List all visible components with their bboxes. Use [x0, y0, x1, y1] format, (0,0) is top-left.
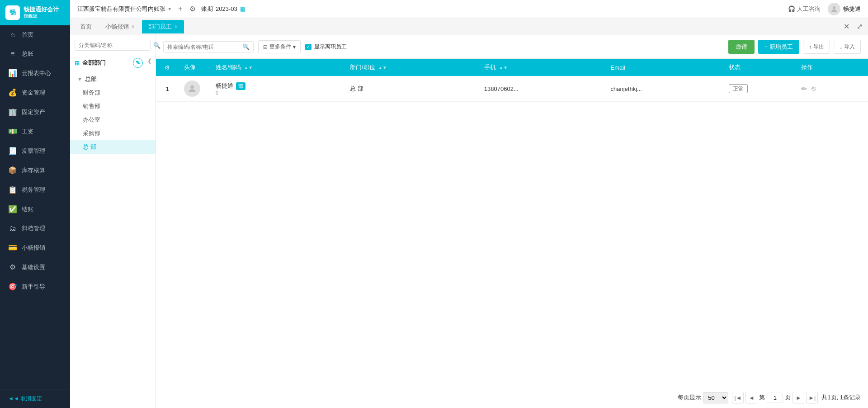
col-dept: 部门/职位 ▲▼ — [344, 59, 479, 76]
cell-status: 正常 — [723, 76, 796, 102]
svg-point-1 — [190, 85, 193, 89]
company-name: 江西服宝精品有限责任公司内账张 — [77, 5, 165, 13]
sidebar-item-payroll[interactable]: 💵 工资 — [0, 122, 70, 141]
sidebar-nav: ⌂ 首页 ≡ 总账 📊 云报表中心 💰 资金管理 🏢 固定资产 💵 工资 🧾 发… — [0, 25, 70, 389]
settings-icon: ⚙ — [8, 263, 17, 271]
tab-home[interactable]: 首页 — [74, 20, 98, 33]
sidebar-item-expense[interactable]: 💳 小畅报销 — [0, 238, 70, 257]
next-page-button[interactable]: ► — [793, 392, 804, 403]
guide-icon: 🎯 — [8, 282, 17, 291]
employee-table: ⚙ 头像 姓名/编码 ▲▼ 部门/职位 ▲▼ — [156, 59, 868, 102]
search-icon[interactable]: 🔍 — [242, 43, 250, 50]
tab-expense-close[interactable]: × — [132, 24, 135, 30]
sidebar-item-home[interactable]: ⌂ 首页 — [0, 25, 70, 44]
expand-tabs-button[interactable]: ⤢ — [855, 20, 864, 33]
payroll-icon: 💵 — [8, 127, 17, 136]
sidebar-item-assets[interactable]: 🏢 固定资产 — [0, 102, 70, 122]
tabs-bar: 首页 小畅报销 × 部门员工 × ✕ ⤢ — [70, 18, 868, 35]
all-departments-header[interactable]: ⊞ 全部部门 ✎ 《 — [70, 55, 156, 71]
sidebar-item-invoice[interactable]: 🧾 发票管理 — [0, 141, 70, 161]
dept-edit-button[interactable]: ✎ — [133, 58, 143, 68]
first-page-button[interactable]: |◄ — [732, 392, 744, 403]
export-button[interactable]: ↑ 导出 — [803, 40, 830, 54]
sidebar-item-archive[interactable]: 🗂 归档管理 — [0, 219, 70, 238]
sidebar-item-funds[interactable]: 💰 资金管理 — [0, 83, 70, 102]
cell-no: 1 — [156, 76, 179, 102]
username: 畅捷通 — [843, 5, 861, 13]
dept-item-purchase[interactable]: 采购部 — [70, 127, 156, 140]
service-button[interactable]: 🎧 人工咨询 — [788, 5, 821, 13]
company-selector[interactable]: 江西服宝精品有限责任公司内账张 ▾ — [77, 5, 171, 13]
dept-arrow-icon: ▼ — [77, 76, 82, 82]
page-suffix: 页 — [785, 394, 791, 402]
period-label: 账期 — [201, 5, 213, 13]
sidebar-item-tax[interactable]: 📋 税务管理 — [0, 180, 70, 199]
sidebar-unpin-button[interactable]: ◄◄ 取消固定 — [0, 389, 70, 408]
invoice-icon: 🧾 — [8, 147, 17, 155]
department-panel: 🔍 ⊞ 全部部门 ✎ 《 ▼ 总部 财务部 销售部 办公室 采购部 总 部 — [70, 35, 156, 408]
tab-expense[interactable]: 小畅报销 × — [99, 20, 141, 33]
tab-dept-employee[interactable]: 部门员工 × — [142, 20, 184, 33]
home-icon: ⌂ — [8, 31, 17, 39]
cell-dept: 总 部 — [344, 76, 479, 102]
topbar-right: 🎧 人工咨询 畅捷通 — [788, 3, 861, 15]
logout-employee-icon[interactable]: ⎋ — [811, 85, 816, 93]
dept-collapse-button[interactable]: 《 — [145, 58, 151, 68]
per-page-select[interactable]: 50 20 100 — [703, 392, 728, 403]
sidebar-item-settings[interactable]: ⚙ 基础设置 — [0, 257, 70, 277]
cell-name: 畅捷通 部 0 — [210, 76, 344, 102]
logo-name: 畅捷通好会计 — [24, 6, 59, 13]
col-settings-icon[interactable]: ⚙ — [165, 64, 170, 71]
reports-icon: 📊 — [8, 69, 17, 77]
employee-code: 0 — [216, 90, 339, 95]
dept-item-finance[interactable]: 财务部 — [70, 86, 156, 100]
main-area: 江西服宝精品有限责任公司内账张 ▾ ＋ ⚙ 账期 2023-03 ▦ 🎧 人工咨… — [70, 0, 868, 408]
add-company-button[interactable]: ＋ — [177, 4, 184, 14]
dept-item-general[interactable]: 总 部 — [70, 140, 156, 154]
dept-item-office[interactable]: 办公室 — [70, 113, 156, 127]
sidebar-item-inventory[interactable]: 📦 库存核算 — [0, 161, 70, 180]
expense-icon: 💳 — [8, 243, 17, 252]
prev-page-button[interactable]: ◄ — [745, 392, 757, 403]
ledger-icon: ≡ — [8, 50, 17, 58]
dept-group-headquarters[interactable]: ▼ 总部 — [70, 72, 156, 86]
sidebar-item-checkout[interactable]: ✅ 结账 — [0, 199, 70, 219]
invite-button[interactable]: 邀请 — [728, 40, 755, 54]
close-all-tabs-button[interactable]: ✕ — [842, 20, 851, 33]
dept-grid-icon: ⊞ — [75, 60, 80, 66]
table-row: 1 畅捷通 部 — [156, 76, 868, 102]
sort-phone-icon[interactable]: ▲▼ — [499, 66, 508, 70]
tabs-right-actions: ✕ ⤢ — [842, 20, 864, 33]
sort-name-icon[interactable]: ▲▼ — [244, 66, 253, 70]
sort-dept-icon[interactable]: ▲▼ — [378, 66, 387, 70]
sidebar-item-reports[interactable]: 📊 云报表中心 — [0, 63, 70, 83]
more-filter-button[interactable]: ⊟ 更多条件 ▾ — [258, 40, 301, 53]
edit-employee-icon[interactable]: ✏ — [801, 85, 807, 93]
add-employee-button[interactable]: + 新增员工 — [758, 40, 799, 54]
content-area: 🔍 ⊞ 全部部门 ✎ 《 ▼ 总部 财务部 销售部 办公室 采购部 总 部 — [70, 35, 868, 408]
dept-tree: ▼ 总部 财务部 销售部 办公室 采购部 总 部 — [70, 71, 156, 156]
logo-sub: 旗舰版 — [24, 13, 59, 19]
sidebar-item-guide[interactable]: 🎯 新手引导 — [0, 277, 70, 296]
col-email: Email — [605, 59, 723, 76]
show-resigned-checkbox[interactable]: ✓ — [305, 44, 311, 50]
tab-dept-close[interactable]: × — [175, 24, 178, 30]
logo-icon: 畅 — [5, 5, 20, 20]
page-input[interactable] — [767, 393, 783, 403]
filter-icon: ⊟ — [263, 44, 268, 50]
dept-search-input[interactable] — [75, 40, 151, 51]
last-page-button[interactable]: ►| — [806, 392, 818, 403]
sidebar-item-ledger[interactable]: ≡ 总账 — [0, 44, 70, 63]
employee-search-input[interactable] — [167, 44, 240, 50]
cell-avatar — [179, 76, 210, 102]
col-avatar: 头像 — [179, 59, 210, 76]
dept-item-sales[interactable]: 销售部 — [70, 100, 156, 113]
show-resigned-toggle[interactable]: ✓ 显示离职员工 — [305, 43, 347, 51]
company-settings-icon[interactable]: ⚙ — [189, 5, 196, 13]
calendar-icon[interactable]: ▦ — [240, 5, 245, 12]
avatar — [828, 3, 840, 15]
user-menu[interactable]: 畅捷通 — [828, 3, 861, 15]
page-size-selector: 每页显示 50 20 100 — [678, 392, 728, 403]
import-button[interactable]: ↓ 导入 — [834, 40, 861, 54]
filter-chevron-icon: ▾ — [293, 44, 296, 50]
